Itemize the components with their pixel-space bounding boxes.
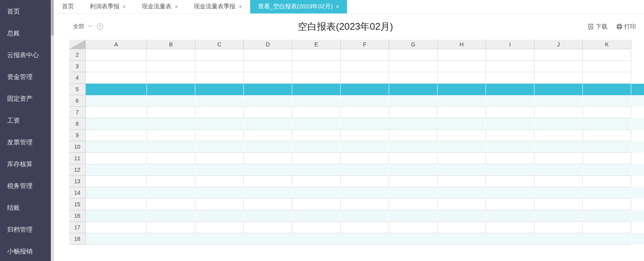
cell[interactable] [486, 176, 534, 187]
cell[interactable] [583, 176, 631, 187]
cell[interactable] [341, 49, 389, 61]
cell[interactable] [195, 107, 244, 118]
sidebar-item-cloud-report[interactable]: 云报表中心 [0, 44, 51, 66]
cell[interactable] [292, 141, 341, 153]
cell[interactable] [341, 107, 389, 118]
cell[interactable] [86, 210, 147, 222]
cell[interactable] [292, 164, 341, 176]
download-button[interactable]: 下载 [588, 23, 607, 31]
close-icon[interactable]: × [123, 4, 126, 10]
column-header[interactable]: D [244, 40, 292, 49]
cell[interactable] [244, 84, 292, 95]
cell[interactable] [86, 61, 147, 72]
cell[interactable] [438, 153, 486, 164]
row-header[interactable]: 16 [69, 210, 86, 222]
cell[interactable] [195, 222, 244, 233]
cell[interactable] [534, 107, 583, 118]
cell[interactable] [389, 153, 438, 164]
sidebar-item-home[interactable]: 首页 [0, 1, 51, 23]
column-header[interactable]: I [486, 40, 534, 49]
cell[interactable] [147, 141, 195, 153]
cell[interactable] [147, 118, 195, 130]
cell[interactable] [244, 187, 292, 199]
sidebar-scrollbar[interactable] [51, 0, 54, 261]
cell[interactable] [438, 187, 486, 199]
cell[interactable] [292, 176, 341, 187]
cell[interactable] [244, 199, 292, 210]
cell[interactable] [341, 141, 389, 153]
column-header[interactable]: E [292, 40, 341, 49]
cell[interactable] [438, 72, 486, 84]
tab-home[interactable]: 首页 [54, 0, 82, 13]
help-icon[interactable]: ? [97, 23, 103, 30]
row-header[interactable]: 5 [69, 84, 86, 95]
cell[interactable] [534, 84, 583, 95]
cell[interactable] [195, 130, 244, 141]
row-header[interactable]: 13 [69, 176, 86, 187]
cell[interactable] [195, 118, 244, 130]
cell[interactable] [195, 61, 244, 72]
cell[interactable] [438, 95, 486, 107]
cell[interactable] [244, 141, 292, 153]
cell[interactable] [486, 233, 534, 245]
cell[interactable] [244, 107, 292, 118]
cell[interactable] [389, 107, 438, 118]
cell[interactable] [292, 187, 341, 199]
cell[interactable] [147, 72, 195, 84]
cell[interactable] [486, 49, 534, 61]
cell[interactable] [583, 118, 631, 130]
cell[interactable] [534, 141, 583, 153]
cell[interactable] [244, 61, 292, 72]
cell[interactable] [389, 49, 438, 61]
cell[interactable] [244, 222, 292, 233]
cell[interactable] [438, 222, 486, 233]
tab-cashflow-quarterly[interactable]: 现金流量表季报 × [186, 0, 250, 13]
row-header[interactable]: 4 [69, 72, 86, 84]
cell[interactable] [341, 95, 389, 107]
cell[interactable] [438, 141, 486, 153]
row-header[interactable]: 17 [69, 222, 86, 233]
sidebar-item-archive[interactable]: 归档管理 [0, 219, 51, 241]
column-header[interactable]: C [195, 40, 244, 49]
cell[interactable] [341, 199, 389, 210]
cell[interactable] [244, 233, 292, 245]
column-header[interactable]: K [583, 40, 631, 49]
column-header[interactable]: B [147, 40, 195, 49]
sidebar-item-inventory[interactable]: 库存核算 [0, 154, 51, 175]
cell[interactable] [534, 118, 583, 130]
tab-view-blank-report[interactable]: 查看_空白报表(2023年02月) × [250, 0, 347, 13]
cell[interactable] [583, 72, 631, 84]
cell[interactable] [86, 153, 147, 164]
cell[interactable] [486, 222, 534, 233]
cell[interactable] [389, 187, 438, 199]
sidebar-item-salary[interactable]: 工资 [0, 110, 51, 132]
sidebar-item-funds[interactable]: 资金管理 [0, 66, 51, 88]
cell[interactable] [292, 222, 341, 233]
row-header[interactable]: 8 [69, 118, 86, 130]
row-header[interactable]: 9 [69, 130, 86, 141]
cell[interactable] [147, 61, 195, 72]
column-header[interactable]: J [534, 40, 583, 49]
cell[interactable] [147, 210, 195, 222]
cell[interactable] [147, 199, 195, 210]
cell[interactable] [86, 72, 147, 84]
column-header[interactable]: A [86, 40, 147, 49]
cell[interactable] [389, 118, 438, 130]
cell[interactable] [86, 49, 147, 61]
cell[interactable] [583, 130, 631, 141]
cell[interactable] [292, 153, 341, 164]
cell[interactable] [341, 187, 389, 199]
cell[interactable] [244, 153, 292, 164]
cell[interactable] [583, 210, 631, 222]
cell[interactable] [389, 130, 438, 141]
cell[interactable] [389, 95, 438, 107]
cell[interactable] [534, 233, 583, 245]
sidebar-item-invoice[interactable]: 发票管理 [0, 132, 51, 154]
cell[interactable] [195, 199, 244, 210]
cell[interactable] [438, 118, 486, 130]
cell[interactable] [583, 84, 631, 95]
tab-cashflow[interactable]: 现金流量表 × [134, 0, 186, 13]
select-all-corner[interactable] [69, 40, 86, 49]
cell[interactable] [147, 176, 195, 187]
cell[interactable] [389, 84, 438, 95]
